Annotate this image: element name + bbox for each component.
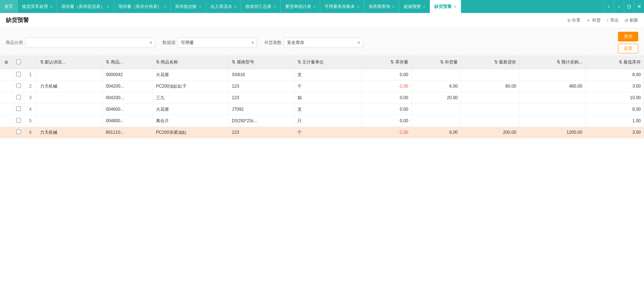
table-header-row: ⚙ ⇅ 默认供应... ⇅ 商品... ⇅ xyxy=(0,56,644,69)
tab-recv-summary[interactable]: 收发存汇总表 × xyxy=(241,0,280,13)
row-spec: 123 xyxy=(229,80,294,92)
tab-available-ledger[interactable]: 可用量库存账本 × xyxy=(320,0,364,13)
row-spec: SS816 xyxy=(229,69,294,80)
row-checkbox-2[interactable] xyxy=(16,95,21,100)
tab-overstock[interactable]: 超储预警 × xyxy=(399,0,430,13)
close-tab-shortage[interactable]: × xyxy=(454,4,456,9)
table-row: 6 力天机械 801110... PC200张紧油缸 123 个 -1.00 6… xyxy=(0,127,644,138)
tab-nav-buttons: ‹ › ⊡ ✕ xyxy=(604,0,644,13)
row-est-purchase: 1200.00 xyxy=(519,127,586,138)
row-checkbox-cell[interactable] xyxy=(13,103,24,115)
header-actions: ⎘ 分享 ＋ 补货 ↑ 导出 ↺ 刷新 xyxy=(568,17,638,23)
tab-inventory-dist[interactable]: 现存量（库存分布表） × xyxy=(114,0,171,13)
row-unit: 只 xyxy=(294,115,362,127)
tab-next-button[interactable]: › xyxy=(614,0,624,13)
close-tab-expiry[interactable]: × xyxy=(392,4,395,9)
gear-icon: ⚙ xyxy=(4,60,8,65)
page-header: 缺货预警 ⎘ 分享 ＋ 补货 ↑ 导出 ↺ 刷新 xyxy=(0,13,644,28)
sort-min-stock-icon: ⇅ xyxy=(619,59,622,65)
column-supplier[interactable]: ⇅ 默认供应... xyxy=(37,56,103,69)
main-content: 缺货预警 ⎘ 分享 ＋ 补货 ↑ 导出 ↺ 刷新 商品分类 xyxy=(0,13,644,287)
tab-shortage[interactable]: 缺货预警 × xyxy=(430,0,461,13)
tab-abnormal[interactable]: 炼货异常处理 × xyxy=(18,0,57,13)
tab-close-button[interactable]: ✕ xyxy=(634,0,644,13)
tab-expiry[interactable]: 保质期查询 × xyxy=(364,0,399,13)
supplement-base-value: 安全库存 xyxy=(287,40,304,46)
category-select[interactable]: ▾ xyxy=(25,37,155,48)
share-button[interactable]: ⎘ 分享 xyxy=(568,17,580,23)
row-min-stock: 8.00 xyxy=(585,103,644,115)
refresh-icon: ↺ xyxy=(625,18,628,23)
row-supplement: 20.00 xyxy=(411,92,461,103)
column-product-code[interactable]: ⇅ 商品... xyxy=(103,56,153,69)
tab-batch[interactable]: 库存批次账 × xyxy=(171,0,206,13)
select-all-checkbox[interactable] xyxy=(16,59,21,64)
close-tab-inventory-status[interactable]: × xyxy=(107,4,109,9)
refresh-button[interactable]: ↺ 刷新 xyxy=(625,17,638,23)
row-est-purchase xyxy=(519,115,586,127)
row-supplier: 力天机械 xyxy=(37,80,103,92)
column-supplement[interactable]: ⇅ 补货量 xyxy=(411,56,461,69)
row-checkbox-4[interactable] xyxy=(16,118,21,123)
close-tab-recv-summary[interactable]: × xyxy=(274,4,276,9)
sort-supplement-icon: ⇅ xyxy=(440,59,444,65)
row-spec: DS250*23c... xyxy=(229,115,294,127)
tab-inout-flow[interactable]: 出入库流水 × xyxy=(206,0,241,13)
sort-unit-icon: ⇅ xyxy=(297,59,301,65)
tab-order-stats[interactable]: 要货单统计表 × xyxy=(281,0,320,13)
table-row: 3 004200... 三九 123 箱 0.00 20.00 10.00 xyxy=(0,92,644,103)
row-unit: 支 xyxy=(294,69,362,80)
column-est-purchase[interactable]: ⇅ 预计采购... xyxy=(519,56,586,69)
tab-prev-button[interactable]: ‹ xyxy=(604,0,614,13)
supplement-button[interactable]: ＋ 补货 xyxy=(586,17,601,23)
close-tab-abnormal[interactable]: × xyxy=(50,4,52,9)
close-tab-inout-flow[interactable]: × xyxy=(234,4,236,9)
export-icon: ↑ xyxy=(606,18,609,23)
row-unit: 箱 xyxy=(294,92,362,103)
column-min-stock[interactable]: ⇅ 最低库存 xyxy=(585,56,644,69)
close-tab-batch[interactable]: × xyxy=(199,4,201,9)
row-supplement: 6.00 xyxy=(411,80,461,92)
close-tab-order-stats[interactable]: × xyxy=(313,4,316,9)
row-checkbox-3[interactable] xyxy=(16,106,21,111)
export-button[interactable]: ↑ 导出 xyxy=(606,17,619,23)
row-supplement xyxy=(411,103,461,115)
row-est-purchase xyxy=(519,69,586,80)
tab-restore-button[interactable]: ⊡ xyxy=(624,0,634,13)
row-supplement xyxy=(411,69,461,80)
supplement-base-arrow-icon: ▾ xyxy=(358,40,360,45)
row-checkbox-cell[interactable] xyxy=(13,115,24,127)
row-number: 1 xyxy=(24,69,37,80)
column-settings[interactable]: ⚙ xyxy=(0,56,13,69)
data-source-filter-group: 数据源 可用量 ▾ xyxy=(162,37,257,48)
column-latest-price[interactable]: ⇅ 最新进价 xyxy=(461,56,519,69)
supplement-base-select[interactable]: 安全库存 ▾ xyxy=(284,37,363,48)
tab-inventory-status[interactable]: 现存量（库存状况表） × xyxy=(57,0,114,13)
table-body: 1 0000042 火花塞 SS816 支 0.00 8.00 2 力天机械 0… xyxy=(0,69,644,138)
column-product-name[interactable]: ⇅ 商品名称 xyxy=(153,56,229,69)
row-product-code: 004200... xyxy=(103,80,153,92)
tab-home[interactable]: 首页 xyxy=(0,0,18,13)
row-checkbox-0[interactable] xyxy=(16,72,21,76)
column-stock[interactable]: ⇅ 库存量 xyxy=(362,56,411,69)
close-tab-available-ledger[interactable]: × xyxy=(357,4,359,9)
row-checkbox-cell[interactable] xyxy=(13,92,24,103)
sort-latest-price-icon: ⇅ xyxy=(494,59,498,65)
row-checkbox-cell[interactable] xyxy=(13,127,24,138)
supplement-icon: ＋ xyxy=(586,17,591,23)
row-product-name: PC200油缸缸子 xyxy=(153,80,229,92)
close-tab-inventory-dist[interactable]: × xyxy=(164,4,166,9)
row-checkbox-cell[interactable] xyxy=(13,80,24,92)
row-checkbox-5[interactable] xyxy=(16,129,21,134)
row-checkbox-cell[interactable] xyxy=(13,69,24,80)
query-button[interactable]: 查询 xyxy=(618,32,638,41)
data-source-select[interactable]: 可用量 ▾ xyxy=(178,37,257,48)
row-supplier xyxy=(37,69,103,80)
category-filter-group: 商品分类 ▾ xyxy=(6,37,155,48)
column-unit[interactable]: ⇅ 主计量单位 xyxy=(294,56,362,69)
settings-button[interactable]: 设置 xyxy=(618,44,638,53)
row-checkbox-1[interactable] xyxy=(16,83,21,88)
row-number: 6 xyxy=(24,127,37,138)
column-spec[interactable]: ⇅ 规格型号 xyxy=(229,56,294,69)
close-tab-overstock[interactable]: × xyxy=(423,4,425,9)
